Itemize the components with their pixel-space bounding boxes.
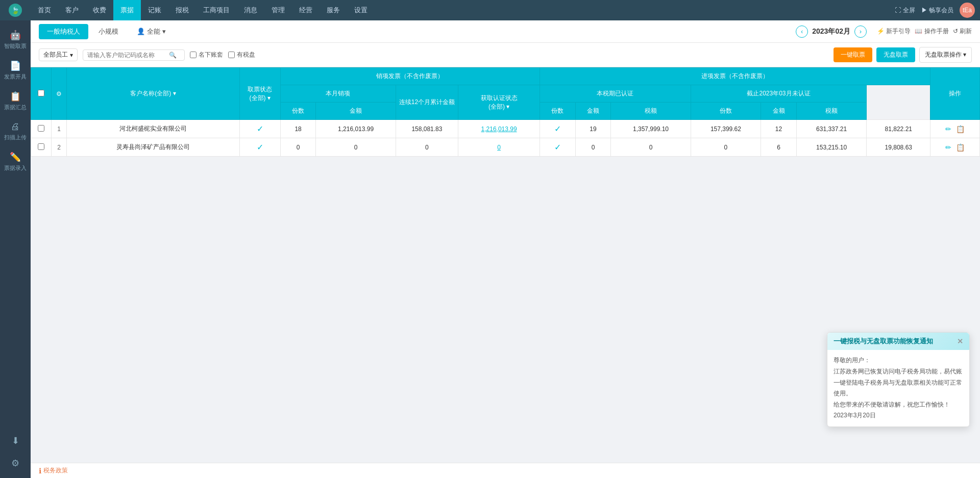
sidebar-item-gear[interactable]: ⚙ xyxy=(2,454,29,473)
row-num-1: 1 xyxy=(52,120,67,138)
th-operations: 操作 xyxy=(930,68,980,120)
notification-header: 一键报税与无盘取票功能恢复通知 ✕ xyxy=(827,333,969,350)
sidebar-item-invoice-open[interactable]: 📄 发票开具 xyxy=(2,56,29,85)
nav-service[interactable]: 服务 xyxy=(320,0,347,20)
nav-business[interactable]: 工商项目 xyxy=(196,0,237,20)
checkbox-tax-disk[interactable]: 有税盘 xyxy=(228,51,255,59)
bottom-bar: ℹ 税务政策 xyxy=(31,463,980,478)
checkbox-under-account[interactable]: 名下账套 xyxy=(190,51,223,59)
select-all-checkbox[interactable] xyxy=(38,90,44,96)
th-ticket-status[interactable]: 取票状态(全部) ▾ xyxy=(239,68,280,120)
row-sales-amount-1: 1,216,013.99 xyxy=(316,120,396,138)
under-account-checkbox[interactable] xyxy=(190,52,197,58)
row-uncert-amount-2: 153,215.10 xyxy=(796,138,867,157)
row-sales-count-1: 18 xyxy=(280,120,316,138)
row-select-2[interactable] xyxy=(38,143,44,150)
check-icon-2: ✓ xyxy=(257,143,263,152)
avatar[interactable]: tEa xyxy=(960,3,975,18)
tab-small-scale[interactable]: 小规模 xyxy=(90,24,127,39)
sidebar-item-scan-upload[interactable]: 🖨 扫描上传 xyxy=(2,117,29,145)
tax-disk-checkbox[interactable] xyxy=(228,52,235,58)
employee-select-value: 全部员工 xyxy=(43,51,68,59)
check-icon: ✓ xyxy=(257,124,263,133)
no-disk-ticket-btn[interactable]: 无盘取票 xyxy=(876,47,915,62)
row-actions-1: ✏ 📋 xyxy=(930,120,980,138)
search-icon[interactable]: 🔍 xyxy=(169,52,177,59)
th-input-invoice: 进项发票（不含作废票） xyxy=(540,68,930,85)
row-uncert-amount-1: 631,337.21 xyxy=(796,120,867,138)
th-sales-invoice: 销项发票（不含作废票） xyxy=(280,68,540,85)
nav-invoice[interactable]: 票据 xyxy=(113,0,141,20)
toolbar-right: 一键取票 无盘取票 无盘取票操作 ▾ xyxy=(834,47,972,63)
no-disk-ops-btn[interactable]: 无盘取票操作 ▾ xyxy=(919,47,972,63)
th-certified: 本税期已认证 xyxy=(540,85,691,103)
logo: 🍃 xyxy=(5,0,26,20)
member-btn[interactable]: ▶ 畅享会员 xyxy=(921,6,953,15)
nav-operation[interactable]: 经营 xyxy=(292,0,320,20)
th-cumulative: 连续12个月累计金额 xyxy=(396,85,458,120)
sidebar-bottom: ⬇ ⚙ xyxy=(2,431,29,473)
next-month-btn[interactable]: › xyxy=(854,26,867,38)
notification-close-btn[interactable]: ✕ xyxy=(957,337,963,345)
row-sales-tax-2: 0 xyxy=(396,138,458,157)
th-customer-name[interactable]: 客户名称(全部) ▾ xyxy=(67,68,240,120)
tab-all[interactable]: 👤 全能 ▾ xyxy=(129,24,174,39)
tab-actions: ⚡ 新手引导 📖 操作手册 ↺ 刷新 xyxy=(877,27,972,36)
sidebar-item-smart-ticket[interactable]: 🤖 智能取票 xyxy=(2,26,29,54)
fullscreen-btn[interactable]: ⛶ 全屏 xyxy=(895,6,915,15)
cert-check-icon-2: ✓ xyxy=(554,143,561,152)
th-cert-amount: 金额 xyxy=(575,103,611,120)
nav-tax[interactable]: 报税 xyxy=(168,0,196,20)
notification-popup: 一键报税与无盘取票功能恢复通知 ✕ 尊敬的用户： 江苏政务网已恢复访问电子税务局… xyxy=(827,332,970,427)
th-cert-status[interactable]: 获取认证状态(全部) ▾ xyxy=(458,85,540,120)
edit-btn-2[interactable]: ✏ xyxy=(945,143,951,152)
row-select-1[interactable] xyxy=(38,125,44,132)
employee-select[interactable]: 全部员工 ▾ xyxy=(39,48,78,61)
manual-btn[interactable]: 📖 操作手册 xyxy=(915,27,948,36)
tab-general-taxpayer[interactable]: 一般纳税人 xyxy=(39,24,88,39)
prev-month-btn[interactable]: ‹ xyxy=(796,26,808,38)
nav-settings[interactable]: 设置 xyxy=(347,0,375,20)
month-navigation: ‹ 2023年02月 › xyxy=(796,26,867,38)
sidebar-item-download[interactable]: ⬇ xyxy=(2,431,29,450)
row-cert-amount-2: 0 xyxy=(611,138,691,157)
edit-btn-1[interactable]: ✏ xyxy=(945,125,951,133)
detail-btn-1[interactable]: 📋 xyxy=(956,125,965,133)
nav-fee[interactable]: 收费 xyxy=(86,0,113,20)
detail-btn-2[interactable]: 📋 xyxy=(956,143,965,152)
nav-message[interactable]: 消息 xyxy=(237,0,264,20)
table-row: 2 灵寿县尚泽矿产品有限公司 ✓ 0 0 0 0 ✓ 0 0 0 6 153,2… xyxy=(31,138,980,157)
row-checkbox-1[interactable] xyxy=(31,120,52,138)
refresh-btn[interactable]: ↺ 刷新 xyxy=(953,27,972,36)
th-cert-count: 份数 xyxy=(540,103,576,120)
nav-bookkeeping[interactable]: 记账 xyxy=(141,0,168,20)
clipboard-icon: 📋 xyxy=(10,91,21,102)
row-cumulative-1[interactable]: 1,216,013.99 xyxy=(458,120,540,138)
new-guide-btn[interactable]: ⚡ 新手引导 xyxy=(877,27,911,36)
sidebar-item-invoice-summary[interactable]: 📋 票据汇总 xyxy=(2,87,29,115)
th-sales-count: 份数 xyxy=(280,103,316,120)
sidebar-item-ticket-entry[interactable]: ✏️ 票据录入 xyxy=(2,147,29,176)
table-container: ⚙ 客户名称(全部) ▾ 取票状态(全部) ▾ 销项发票（不含作废票） 进项发票… xyxy=(31,67,980,157)
nav-manage[interactable]: 管理 xyxy=(264,0,292,20)
th-settings: ⚙ xyxy=(52,68,67,120)
info-icon: ℹ xyxy=(39,467,41,475)
chevron-down-icon: ▾ xyxy=(162,28,166,35)
user-icon: 👤 xyxy=(137,28,145,35)
search-input[interactable] xyxy=(87,52,169,59)
nav-customer[interactable]: 客户 xyxy=(58,0,86,20)
robot-icon: 🤖 xyxy=(10,30,21,41)
row-cert-tax-2: 0 xyxy=(691,138,761,157)
nav-home[interactable]: 首页 xyxy=(31,0,58,20)
one-click-ticket-btn[interactable]: 一键取票 xyxy=(834,47,872,62)
row-cert-amount-1: 1,357,999.10 xyxy=(611,120,691,138)
row-cumulative-2[interactable]: 0 xyxy=(458,138,540,157)
row-checkbox-2[interactable] xyxy=(31,138,52,157)
th-cert-tax: 税额 xyxy=(611,103,691,120)
left-sidebar: 🤖 智能取票 📄 发票开具 📋 票据汇总 🖨 扫描上传 ✏️ 票据录入 ⬇ ⚙ xyxy=(0,20,31,478)
current-month: 2023年02月 xyxy=(812,27,850,36)
nav-items: 首页 客户 收费 票据 记账 报税 工商项目 消息 管理 经营 服务 设置 xyxy=(31,0,895,20)
tax-policy-link[interactable]: 税务政策 xyxy=(43,466,68,475)
filter-icon2: ▾ xyxy=(267,94,271,102)
document-icon: 📄 xyxy=(10,60,21,71)
